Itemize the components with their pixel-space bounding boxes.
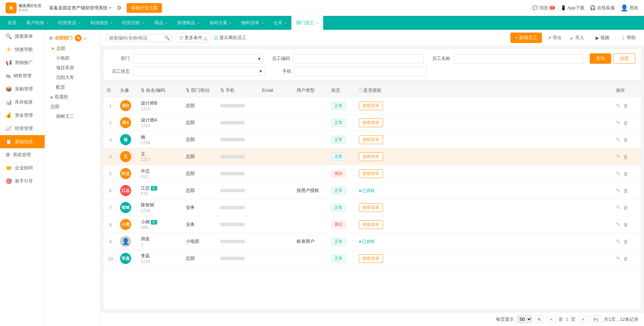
- tab-close-icon[interactable]: ×: [165, 21, 167, 25]
- tab-close-icon[interactable]: ×: [46, 21, 48, 25]
- tab-operations[interactable]: 经营情况 ×: [53, 16, 85, 30]
- auth-login-button[interactable]: 授权登录: [359, 169, 383, 178]
- edit-icon[interactable]: ✎: [616, 136, 620, 143]
- code-input[interactable]: [293, 54, 424, 63]
- help-button[interactable]: ｜ 帮助: [618, 33, 638, 42]
- query-button[interactable]: 查询: [590, 53, 611, 64]
- dept-select[interactable]: ▾: [133, 54, 264, 63]
- name-input[interactable]: [453, 54, 584, 63]
- search-input[interactable]: [109, 35, 164, 41]
- sidebar-item-collab[interactable]: 🤝 企业协同: [0, 161, 45, 175]
- sidebar-item-sales[interactable]: 🛍 销售管理: [0, 69, 45, 82]
- auth-login-button[interactable]: 授权登录: [359, 135, 383, 144]
- tab-close-icon[interactable]: ×: [284, 21, 287, 25]
- edit-icon[interactable]: ✎: [616, 103, 620, 109]
- sidebar-item-quicknav[interactable]: ⚡ 快捷导航: [0, 43, 45, 56]
- delete-icon[interactable]: 🗑: [623, 188, 628, 194]
- tab-history[interactable]: 经营历程 ×: [117, 16, 149, 30]
- sidebar-item-inventory[interactable]: 📊 库存核算: [0, 96, 45, 109]
- tab-barcode[interactable]: 条码方案 ×: [205, 16, 236, 30]
- auth-login-button[interactable]: 授权登录: [359, 152, 383, 161]
- sidebar-item-finance[interactable]: 💰 资金管理: [0, 109, 45, 122]
- tree-collapse-btn[interactable]: «: [84, 36, 86, 41]
- tab-close-icon[interactable]: ×: [316, 21, 318, 25]
- auth-login-button[interactable]: 授权登录: [359, 118, 383, 127]
- auth-login-button[interactable]: 授权登录: [359, 102, 383, 110]
- delete-icon[interactable]: 🗑: [623, 205, 628, 211]
- tree-item-zdept[interactable]: ▼ 总部: [45, 44, 100, 53]
- tab-new-goods[interactable]: 新增商品 ×: [172, 16, 204, 30]
- edit-icon[interactable]: ✎: [616, 187, 620, 194]
- phone-input[interactable]: [294, 67, 427, 76]
- delete-icon[interactable]: 🗑: [623, 103, 628, 109]
- first-page-button[interactable]: K: [535, 316, 544, 323]
- message-button[interactable]: 💬 消息 6: [532, 5, 555, 11]
- edit-icon[interactable]: ✎: [616, 238, 620, 245]
- phone-col-header[interactable]: ⇅ 手机: [218, 83, 259, 97]
- next-page-button[interactable]: >: [578, 316, 587, 323]
- name-col-header[interactable]: ⇅ 姓名/编码: [138, 83, 183, 97]
- tab-profit[interactable]: 利润报告 ×: [85, 16, 117, 30]
- edit-icon[interactable]: ✎: [616, 153, 620, 160]
- delete-icon[interactable]: 🗑: [623, 154, 628, 160]
- edit-icon[interactable]: ✎: [616, 170, 620, 177]
- status-select[interactable]: ▾: [133, 67, 265, 76]
- sidebar-item-operations[interactable]: 📈 经营管理: [0, 122, 45, 135]
- delete-icon[interactable]: 🗑: [623, 137, 628, 143]
- tab-close-icon[interactable]: ×: [110, 21, 112, 25]
- edit-icon[interactable]: ✎: [616, 204, 620, 211]
- show-resigned-toggle[interactable]: ☑ 显示离职员工: [214, 35, 246, 41]
- prev-page-button[interactable]: <: [547, 316, 556, 323]
- search-wrap[interactable]: 🔍: [106, 34, 173, 42]
- tab-employees[interactable]: 部门员工 ×: [291, 16, 323, 30]
- dept-col-header[interactable]: ⇅ 部门/职位: [183, 83, 218, 97]
- delete-icon[interactable]: 🗑: [623, 239, 628, 245]
- last-page-button[interactable]: ⊳|: [590, 316, 601, 323]
- dropdown-arrow-icon[interactable]: ▾: [109, 5, 111, 10]
- app-download-button[interactable]: 📱 App下载: [561, 5, 584, 11]
- set-button[interactable]: 设置: [613, 53, 635, 64]
- delete-icon[interactable]: 🗑: [623, 120, 628, 126]
- import-button[interactable]: ↙ 导入: [567, 33, 587, 42]
- tab-warehouse[interactable]: 仓库 ×: [269, 16, 291, 30]
- auth-login-button[interactable]: 授权登录: [359, 203, 383, 212]
- tab-close-icon[interactable]: ×: [78, 21, 80, 25]
- auth-login-button[interactable]: 授权登录: [359, 220, 383, 229]
- tree-item-chashuwangz[interactable]: 插树王二: [45, 112, 100, 121]
- tab-home[interactable]: 首页: [3, 16, 21, 30]
- auth-login-button[interactable]: 授权登录: [359, 254, 383, 263]
- online-service-button[interactable]: 🎧 在线客服: [590, 5, 615, 11]
- add-employee-button[interactable]: + 新增员工: [510, 33, 542, 43]
- edit-icon[interactable]: ✎: [616, 255, 620, 262]
- tab-customer[interactable]: 客户联络 ×: [21, 16, 53, 30]
- sidebar-item-search[interactable]: 🔍 搜索菜单: [0, 30, 45, 43]
- delete-icon[interactable]: 🗑: [623, 256, 628, 262]
- sidebar-item-marketing[interactable]: 📢 营销推广: [0, 56, 45, 69]
- tab-close-icon[interactable]: ×: [261, 21, 263, 25]
- tab-close-icon[interactable]: ×: [197, 21, 199, 25]
- more-filter-btn[interactable]: ▽ 更多条件 △: [176, 33, 211, 43]
- delete-icon[interactable]: 🗑: [623, 171, 628, 177]
- tree-item-xiaodian[interactable]: 小电部: [45, 53, 100, 63]
- tab-close-icon[interactable]: ×: [142, 21, 144, 25]
- all-dept-label[interactable]: 全部部门: [55, 35, 73, 41]
- sidebar-item-guide[interactable]: 🎯 新手引导: [0, 175, 45, 188]
- tree-item-peihuo[interactable]: 配货: [45, 82, 100, 92]
- tab-close-icon[interactable]: ×: [229, 21, 232, 25]
- tree-item-zdept2[interactable]: 总部: [45, 102, 100, 112]
- view-button[interactable]: ▶ 视频: [593, 33, 612, 42]
- sidebar-item-basic[interactable]: 📋 基础信息: [0, 135, 45, 148]
- edit-icon[interactable]: ✎: [616, 221, 620, 228]
- settings-col-header[interactable]: ⚙: [103, 83, 117, 97]
- tree-item-shuanglu[interactable]: ▶ 双鹿想: [45, 92, 100, 102]
- delete-icon[interactable]: 🗑: [623, 222, 628, 228]
- tab-bom[interactable]: 物料清单 ×: [236, 16, 268, 30]
- user-menu[interactable]: 👤 用友: [620, 4, 638, 12]
- tree-item-shenyang[interactable]: 沈阳大库: [45, 73, 100, 82]
- edit-icon[interactable]: ✎: [616, 120, 620, 126]
- settings-button[interactable]: ⚙: [114, 3, 124, 13]
- tree-item-xiangmuku[interactable]: 项目库房: [45, 63, 100, 73]
- sidebar-item-system[interactable]: ⚙ 系统管理: [0, 148, 45, 161]
- tree-edit-icon[interactable]: ✎: [75, 35, 82, 42]
- tab-goods[interactable]: 商品 ×: [149, 16, 172, 30]
